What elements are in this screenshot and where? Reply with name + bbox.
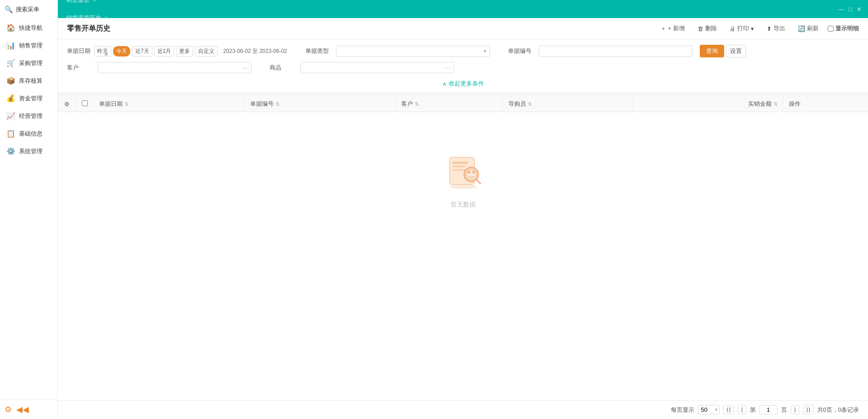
customer-input-wrap: ··· (98, 62, 251, 73)
sidebar-item-inventory[interactable]: 📦库存核算 (0, 72, 57, 89)
delete-button[interactable]: 🗑 删除 (694, 23, 721, 34)
doc-type-select-wrap: ▾ (336, 46, 490, 57)
display-cols-checkbox-wrap[interactable]: 显示明细 (828, 24, 859, 33)
date-btn-custom[interactable]: 自定义 (195, 46, 218, 56)
sidebar-item-quick-nav[interactable]: 🏠快捷导航 (0, 19, 57, 37)
goods-dots-icon[interactable]: ··· (445, 64, 451, 71)
sidebar-search[interactable]: 🔍 搜索采单 (0, 0, 57, 19)
tab-close-sales-return-history[interactable]: ✕ (104, 15, 108, 21)
print-button[interactable]: 🖨 打印 ▾ (726, 23, 758, 34)
date-btn-last7[interactable]: 近7天 (132, 46, 152, 56)
sidebar-item-label: 库存核算 (19, 77, 43, 85)
sidebar-item-purchase-mgmt[interactable]: 🛒采购管理 (0, 54, 57, 72)
tab-bar-right: — □ ✕ (838, 6, 866, 13)
toolbar: ＋ + 新增 🗑 删除 🖨 打印 ▾ ⬆ 导出 🔄 (657, 23, 859, 34)
th-settings[interactable]: ⚙ (58, 96, 76, 112)
date-btn-today[interactable]: 今天 (113, 46, 130, 56)
main-area: 首页销售订单✕销货退货✕销货退货历史✕零售开单✕零售开单历史✕ — □ ✕ 零售… (58, 0, 868, 419)
collapse-label: 收起更多条件 (449, 80, 484, 88)
customer-input[interactable] (98, 62, 251, 73)
collapse-icon[interactable]: ◀◀ (16, 405, 29, 414)
tab-bar: 首页销售订单✕销货退货✕销货退货历史✕零售开单✕零售开单历史✕ — □ ✕ (58, 0, 868, 18)
tab-close-retail-open-history[interactable]: ✕ (104, 52, 108, 57)
window-minimize-btn[interactable]: — (838, 6, 844, 13)
th-number[interactable]: 单据编号 ⇅ (244, 96, 395, 112)
sidebar-item-ops-mgmt[interactable]: 📈经营管理 (0, 107, 57, 125)
inventory-icon: 📦 (6, 76, 15, 85)
doc-type-select[interactable] (336, 46, 490, 57)
filter-row-1: 单据日期 昨天今天近7天近1月更多自定义 2023-06-02 至 2023-0… (67, 45, 859, 57)
sidebar-item-sys-mgmt[interactable]: ⚙️系统管理 (0, 142, 57, 160)
svg-rect-4 (452, 169, 467, 171)
customer-dots-icon[interactable]: ··· (242, 64, 248, 71)
sidebar-item-basic-info[interactable]: 📋基础信息 (0, 125, 57, 142)
doc-number-input[interactable] (539, 46, 693, 57)
goods-input-wrap: ··· (300, 62, 454, 73)
page-content: 零售开单历史 ＋ + 新增 🗑 删除 🖨 打印 ▾ ⬆ 导出 (58, 18, 868, 419)
settings-icon[interactable]: ⚙ (5, 405, 12, 414)
page-number-input[interactable] (759, 405, 778, 414)
collapse-bar[interactable]: ∧ 收起更多条件 (67, 78, 859, 88)
data-table: ⚙ 单据日期 ⇅ 单据编号 (58, 96, 868, 112)
delete-icon: 🗑 (697, 25, 703, 32)
tab-close-sales-return[interactable]: ✕ (92, 0, 96, 3)
empty-text: 暂无数据 (451, 201, 476, 209)
page-size-wrap: 50 10 20 100 ▾ (698, 405, 720, 414)
refresh-button[interactable]: 🔄 刷新 (794, 23, 822, 34)
first-page-btn[interactable]: ⟨⟨ (723, 405, 734, 414)
basic-info-icon: 📋 (6, 129, 15, 138)
sort-date-icon: ⇅ (124, 101, 128, 107)
th-date[interactable]: 单据日期 ⇅ (93, 96, 244, 112)
query-button[interactable]: 查询 (700, 45, 724, 57)
next-page-btn[interactable]: ⟩ (791, 405, 799, 414)
sort-guide-icon: ⇅ (528, 101, 532, 107)
column-settings-icon[interactable]: ⚙ (64, 101, 70, 108)
sidebar-item-finance[interactable]: 💰资金管理 (0, 89, 57, 107)
search-icon: 🔍 (5, 5, 13, 14)
print-icon: 🖨 (730, 25, 735, 32)
last-page-btn[interactable]: ⟩⟩ (803, 405, 814, 414)
export-button[interactable]: ⬆ 导出 (763, 23, 789, 34)
add-button[interactable]: ＋ + 新增 (657, 23, 688, 34)
window-close-btn[interactable]: ✕ (857, 6, 862, 13)
window-maximize-btn[interactable]: □ (849, 6, 852, 13)
print-dropdown-icon: ▾ (751, 25, 754, 32)
pagination-bar: 每页显示 50 10 20 100 ▾ ⟨⟨ ⟨ 第 页 ⟩ ⟩⟩ 共0页，0条… (58, 400, 868, 419)
select-all-checkbox[interactable] (82, 100, 88, 106)
svg-point-0 (450, 184, 477, 189)
date-btn-last1m[interactable]: 近1月 (154, 46, 175, 56)
th-guide[interactable]: 导购员 ⇅ (503, 96, 632, 112)
tab-sales-return[interactable]: 销货退货✕ (60, 0, 114, 9)
th-amount[interactable]: 实销金额 ⇅ (632, 96, 783, 112)
date-btn-yesterday[interactable]: 昨天 (94, 46, 111, 56)
purchase-mgmt-icon: 🛒 (6, 59, 15, 67)
finance-icon: 💰 (6, 94, 15, 103)
svg-rect-3 (452, 165, 465, 167)
collapse-icon: ∧ (442, 80, 447, 87)
per-page-label: 每页显示 (671, 406, 694, 414)
sidebar-item-label: 经营管理 (19, 112, 43, 120)
page-title: 零售开单历史 (67, 24, 110, 33)
display-cols-checkbox[interactable] (828, 26, 834, 32)
per-page-select[interactable]: 50 10 20 100 (698, 405, 720, 414)
total-text: 共0页，0条记录 (817, 406, 859, 414)
sidebar-item-sales-mgmt[interactable]: 📊销售管理 (0, 37, 57, 54)
empty-illustration (441, 148, 486, 193)
svg-point-8 (468, 171, 470, 174)
goods-input[interactable] (300, 62, 454, 73)
tab-close-retail-open[interactable]: ✕ (92, 33, 96, 39)
sort-number-icon: ⇅ (275, 101, 280, 107)
doc-type-label: 单据类型 (305, 47, 332, 55)
prev-page-btn[interactable]: ⟨ (738, 405, 746, 414)
ops-mgmt-icon: 📈 (6, 112, 15, 120)
sys-mgmt-icon: ⚙️ (6, 147, 15, 155)
sidebar-item-label: 快捷导航 (19, 24, 43, 32)
sidebar-nav: 🏠快捷导航📊销售管理🛒采购管理📦库存核算💰资金管理📈经营管理📋基础信息⚙️系统管… (0, 19, 57, 160)
th-checkbox[interactable] (76, 96, 93, 112)
sidebar-item-label: 基础信息 (19, 130, 43, 138)
settings-filter-button[interactable]: 设置 (726, 45, 746, 57)
page-suffix: 页 (781, 406, 787, 414)
th-customer[interactable]: 客户 ⇅ (395, 96, 503, 112)
date-btn-more[interactable]: 更多 (176, 46, 193, 56)
date-buttons: 昨天今天近7天近1月更多自定义 (94, 46, 218, 56)
